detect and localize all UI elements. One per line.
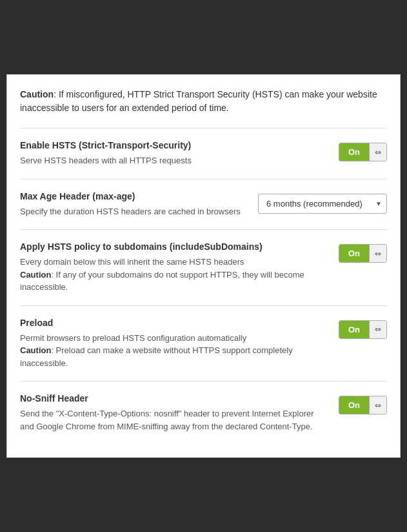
- subdomains-info: Apply HSTS policy to subdomains (include…: [20, 241, 339, 294]
- max-age-select[interactable]: 1 week1 month6 months (recommended)1 yea…: [258, 194, 387, 214]
- enable-hsts-title: Enable HSTS (Strict-Transport-Security): [20, 140, 326, 150]
- caution-text: : If misconfigured, HTTP Strict Transpor…: [20, 89, 377, 113]
- subdomains-desc-text: Every domain below this will inherit the…: [20, 257, 244, 267]
- subdomains-toggle-group: On: [339, 244, 387, 263]
- setting-preload: Preload Permit browsers to preload HSTS …: [20, 306, 387, 382]
- preload-desc-text: Permit browsers to preload HSTS configur…: [20, 333, 246, 343]
- no-sniff-title: No-Sniff Header: [20, 393, 326, 404]
- max-age-control: 1 week1 month6 months (recommended)1 yea…: [258, 194, 387, 214]
- preload-toggle-group: On: [339, 320, 387, 339]
- setting-no-sniff: No-Sniff Header Send the "X-Content-Type…: [20, 382, 387, 444]
- enable-hsts-toggle-group: On: [339, 143, 387, 161]
- preload-info: Preload Permit browsers to preload HSTS …: [20, 318, 339, 370]
- setting-enable-hsts: Enable HSTS (Strict-Transport-Security) …: [20, 128, 387, 179]
- subdomains-title: Apply HSTS policy to subdomains (include…: [20, 241, 326, 252]
- enable-hsts-desc: Serve HSTS headers with all HTTPS reques…: [20, 154, 326, 167]
- preload-control: On: [339, 320, 387, 339]
- preload-caution-text: : Preload can make a website without HTT…: [20, 345, 293, 368]
- max-age-desc: Specify the duration HSTS headers are ca…: [20, 205, 245, 218]
- subdomains-caution-prefix: Caution: [20, 270, 51, 280]
- subdomains-toggle-arrows[interactable]: [369, 245, 386, 262]
- caution-message: Caution: If misconfigured, HTTP Strict T…: [20, 88, 387, 115]
- subdomains-caution-text: : If any of your subdomains do not suppo…: [20, 270, 304, 292]
- no-sniff-control: On: [339, 396, 387, 414]
- setting-subdomains: Apply HSTS policy to subdomains (include…: [20, 230, 387, 306]
- enable-hsts-toggle-arrows[interactable]: [369, 143, 386, 161]
- preload-desc: Permit browsers to preload HSTS configur…: [20, 332, 326, 370]
- max-age-title: Max Age Header (max-age): [20, 191, 245, 201]
- subdomains-control: On: [339, 244, 387, 263]
- preload-toggle-arrows[interactable]: [369, 321, 386, 338]
- preload-toggle-on[interactable]: On: [339, 321, 369, 338]
- no-sniff-info: No-Sniff Header Send the "X-Content-Type…: [20, 393, 339, 433]
- subdomains-desc: Every domain below this will inherit the…: [20, 256, 326, 294]
- no-sniff-toggle-arrows[interactable]: [369, 396, 386, 414]
- setting-max-age: Max Age Header (max-age) Specify the dur…: [20, 179, 387, 230]
- subdomains-toggle-on[interactable]: On: [339, 245, 369, 262]
- hsts-settings-panel: Caution: If misconfigured, HTTP Strict T…: [6, 74, 401, 458]
- no-sniff-desc: Send the "X-Content-Type-Options: nosnif…: [20, 407, 326, 433]
- enable-hsts-toggle-on[interactable]: On: [339, 143, 369, 161]
- preload-title: Preload: [20, 318, 326, 328]
- caution-prefix: Caution: [20, 89, 54, 99]
- no-sniff-toggle-group: On: [339, 396, 387, 414]
- max-age-select-wrapper: 1 week1 month6 months (recommended)1 yea…: [258, 194, 387, 214]
- max-age-info: Max Age Header (max-age) Specify the dur…: [20, 191, 258, 218]
- no-sniff-toggle-on[interactable]: On: [339, 396, 369, 414]
- enable-hsts-control: On: [339, 143, 387, 161]
- preload-caution-prefix: Caution: [20, 345, 51, 355]
- enable-hsts-info: Enable HSTS (Strict-Transport-Security) …: [20, 140, 339, 167]
